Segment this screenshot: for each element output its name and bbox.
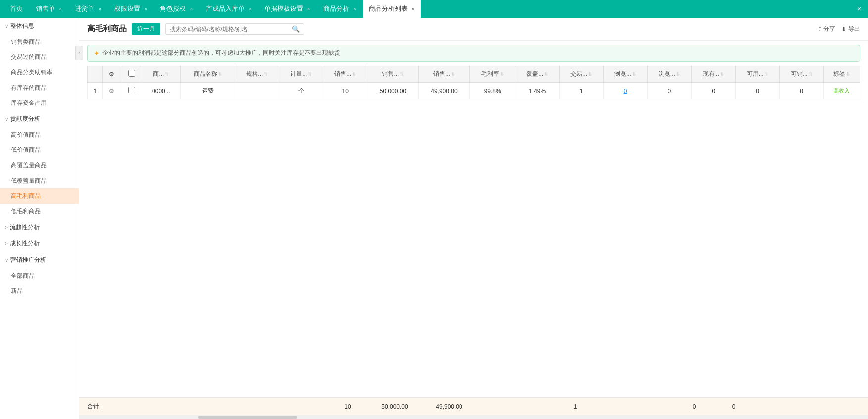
sidebar-item-低价值商品[interactable]: 低价值商品 xyxy=(0,142,79,158)
nav-item-角色授权[interactable]: 角色授权× xyxy=(154,0,199,18)
nav-close-icon[interactable]: × xyxy=(59,6,62,12)
info-icon: ✦ xyxy=(94,49,100,57)
col-header-code[interactable]: 商...⇅ xyxy=(142,66,181,83)
share-button[interactable]: ⤴ 分享 xyxy=(818,25,835,33)
tag-badge: 高收入 xyxy=(833,88,850,93)
sidebar-item-全部商品[interactable]: 全部商品 xyxy=(0,268,79,283)
col-header-tag[interactable]: 标签⇅ xyxy=(823,66,860,83)
sidebar-item-高覆盖量商品[interactable]: 高覆盖量商品 xyxy=(0,158,79,173)
filter-recent-month-button[interactable]: 近一月 xyxy=(132,23,160,35)
nav-item-首页[interactable]: 首页 xyxy=(4,0,29,18)
col-header-view1[interactable]: 浏览...⇅ xyxy=(604,66,648,83)
cell-view1[interactable]: 0 xyxy=(604,83,648,99)
col-header-checkbox[interactable] xyxy=(121,66,142,83)
sidebar-item-交易过的商品[interactable]: 交易过的商品 xyxy=(0,49,79,65)
sidebar-item-高价值商品[interactable]: 高价值商品 xyxy=(0,127,79,142)
nav-close-icon[interactable]: × xyxy=(190,6,193,12)
col-header-transaction[interactable]: 交易...⇅ xyxy=(560,66,604,83)
cell-sales_amount: 50,000.00 xyxy=(367,83,419,99)
sidebar-group-流趋性分析[interactable]: >流趋性分析 xyxy=(0,219,79,235)
col-header-index xyxy=(88,66,103,83)
cell-spec xyxy=(235,83,279,99)
footer-sales-cost: 49,900.00 xyxy=(427,403,471,410)
col-header-view2[interactable]: 浏览...⇅ xyxy=(647,66,691,83)
sort-icon: ⇅ xyxy=(765,72,768,77)
sidebar-item-低毛利商品[interactable]: 低毛利商品 xyxy=(0,204,79,219)
export-button[interactable]: ⬇ 导出 xyxy=(841,25,860,33)
cell-name[interactable]: 运费 xyxy=(180,83,235,99)
nav-close-icon[interactable]: × xyxy=(144,6,147,12)
cell-unit: 个 xyxy=(279,83,323,99)
table-row: 1⚙0000...运费个1050,000.0049,900.0099.8%1.4… xyxy=(88,83,860,99)
row-gear-icon[interactable]: ⚙ xyxy=(109,88,114,94)
col-header-saleable[interactable]: 可销...⇅ xyxy=(779,66,823,83)
sort-icon: ⇅ xyxy=(544,72,548,77)
col-header-coverage[interactable]: 覆盖...⇅ xyxy=(515,66,560,83)
nav-item-产成品入库单[interactable]: 产成品入库单× xyxy=(200,0,257,18)
cell-view2: 0 xyxy=(647,83,691,99)
footer-transaction: 1 xyxy=(561,403,590,410)
view-link[interactable]: 0 xyxy=(624,88,627,94)
col-header-spec[interactable]: 规格...⇅ xyxy=(235,66,279,83)
nav-close-icon[interactable]: × xyxy=(98,6,101,12)
row-checkbox[interactable] xyxy=(128,87,135,93)
sort-icon: ⇅ xyxy=(308,72,312,77)
collapse-sidebar-button[interactable]: ‹ xyxy=(75,46,83,60)
nav-item-销售单[interactable]: 销售单× xyxy=(30,0,68,18)
collapse-icon: ∨ xyxy=(5,257,8,263)
sidebar-group-成长性分析[interactable]: >成长性分析 xyxy=(0,235,79,252)
sidebar-item-高毛利商品[interactable]: 高毛利商品 xyxy=(0,188,79,204)
select-all-checkbox[interactable] xyxy=(128,70,135,77)
collapse-icon: > xyxy=(5,241,8,246)
cell-coverage: 1.49% xyxy=(515,83,560,99)
content-area: 高毛利商品 近一月 🔍 ⤴ 分享 ⬇ 导出 xyxy=(79,18,868,419)
header-actions: ⤴ 分享 ⬇ 导出 xyxy=(818,25,860,33)
sort-icon: ⇅ xyxy=(165,72,169,77)
col-header-sales_amount[interactable]: 销售...⇅ xyxy=(367,66,419,83)
scrollbar-area[interactable] xyxy=(79,415,868,419)
sidebar-group-贡献度分析[interactable]: ∨贡献度分析 xyxy=(0,111,79,127)
sidebar-item-新品[interactable]: 新品 xyxy=(0,283,79,299)
cell-checkbox xyxy=(121,83,142,99)
search-input[interactable] xyxy=(170,26,290,33)
search-box: 🔍 xyxy=(165,23,304,35)
sidebar-item-有库存的商品[interactable]: 有库存的商品 xyxy=(0,80,79,95)
col-header-sales_qty[interactable]: 销售...⇅ xyxy=(323,66,367,83)
footer-current-stock: 0 xyxy=(679,403,709,410)
nav-close-icon[interactable]: × xyxy=(411,6,414,12)
scrollbar-thumb[interactable] xyxy=(198,416,297,419)
sort-icon: ⇅ xyxy=(588,72,592,77)
close-all-button[interactable]: × xyxy=(854,4,864,14)
sidebar-group-整体信息[interactable]: ∨整体信息 xyxy=(0,18,79,34)
sidebar-item-商品分类助销率[interactable]: 商品分类助销率 xyxy=(0,65,79,80)
nav-close-icon[interactable]: × xyxy=(307,6,310,12)
col-header-current_stock[interactable]: 现有...⇅ xyxy=(691,66,735,83)
nav-close-icon[interactable]: × xyxy=(249,6,252,12)
footer-label: 合计： xyxy=(87,402,105,411)
collapse-icon: ∨ xyxy=(5,23,8,29)
nav-item-进货单[interactable]: 进货单× xyxy=(69,0,107,18)
nav-item-商品分析列表[interactable]: 商品分析列表× xyxy=(363,0,420,18)
col-header-available[interactable]: 可用...⇅ xyxy=(735,66,779,83)
sort-icon: ⇅ xyxy=(400,72,404,77)
nav-item-单据模板设置[interactable]: 单据模板设置× xyxy=(258,0,316,18)
sidebar: ∨整体信息销售类商品交易过的商品商品分类助销率有库存的商品库存资金占用∨贡献度分… xyxy=(0,18,79,419)
sort-icon: ⇅ xyxy=(218,72,222,77)
col-header-sales_cost[interactable]: 销售...⇅ xyxy=(418,66,470,83)
settings-icon[interactable]: ⚙ xyxy=(109,71,114,78)
col-header-gear[interactable]: ⚙ xyxy=(102,66,121,83)
nav-item-权限设置[interactable]: 权限设置× xyxy=(108,0,153,18)
nav-close-icon[interactable]: × xyxy=(353,6,356,12)
sort-icon: ⇅ xyxy=(632,72,636,77)
table-container: ⚙商...⇅商品名称⇅规格...⇅计量...⇅销售...⇅销售...⇅销售...… xyxy=(79,66,868,397)
nav-item-商品分析[interactable]: 商品分析× xyxy=(317,0,362,18)
col-header-unit[interactable]: 计量...⇅ xyxy=(279,66,323,83)
sidebar-item-低覆盖量商品[interactable]: 低覆盖量商品 xyxy=(0,173,79,188)
col-header-gross_margin[interactable]: 毛利率⇅ xyxy=(470,66,515,83)
col-header-name[interactable]: 商品名称⇅ xyxy=(180,66,235,83)
sidebar-item-库存资金占用[interactable]: 库存资金占用 xyxy=(0,95,79,111)
sidebar-group-营销推广分析[interactable]: ∨营销推广分析 xyxy=(0,252,79,268)
cell-sales_cost: 49,900.00 xyxy=(418,83,470,99)
sidebar-item-销售类商品[interactable]: 销售类商品 xyxy=(0,34,79,49)
collapse-icon: > xyxy=(5,225,8,230)
